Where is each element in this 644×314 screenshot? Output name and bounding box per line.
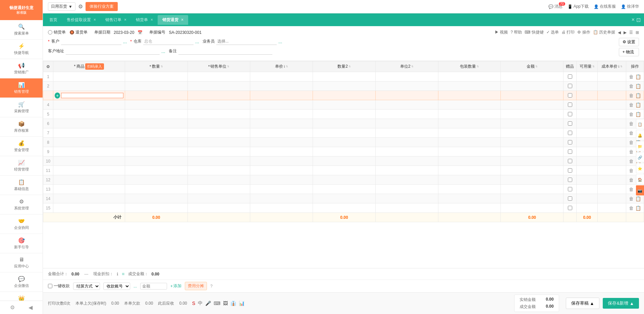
row-15-unit2[interactable] — [375, 203, 438, 213]
row-8-pkg[interactable] — [438, 138, 501, 147]
row-1-cost[interactable] — [598, 72, 626, 81]
qty2-input-3[interactable] — [314, 93, 374, 98]
radio-sales-bill[interactable]: 销货单 — [48, 29, 66, 35]
gift-checkbox-8[interactable] — [568, 140, 572, 144]
user-profile-btn[interactable]: 👤 徐泽华 — [621, 4, 639, 9]
amount-sort-icon[interactable]: ⇅ — [535, 65, 538, 68]
row-9-price[interactable] — [250, 147, 313, 156]
row-4-amount[interactable] — [501, 100, 564, 110]
row-6-unit[interactable] — [187, 119, 250, 128]
row-7-pkg[interactable] — [438, 128, 501, 138]
row-13-product[interactable] — [53, 185, 125, 194]
row-7-cost[interactable] — [598, 128, 626, 138]
row-2-amount[interactable] — [501, 81, 564, 91]
row-8-gift[interactable] — [564, 138, 577, 147]
row-11-unit2[interactable] — [375, 166, 438, 175]
account-ellipsis[interactable]: ... — [133, 284, 137, 289]
row-4-product[interactable] — [53, 100, 125, 110]
row-5-amount[interactable] — [501, 110, 564, 119]
row-12-unit2[interactable] — [375, 175, 438, 185]
sidebar-item-11[interactable]: 🎯新手引导 — [0, 234, 43, 253]
row-6-cost[interactable] — [598, 119, 626, 128]
row-1-qty[interactable] — [125, 72, 187, 81]
warehouse-select-btn[interactable]: ... — [195, 39, 199, 44]
radio-return-bill-input[interactable] — [70, 30, 74, 35]
row-2-gift[interactable] — [564, 81, 577, 91]
row-15-qty2[interactable] — [313, 203, 376, 213]
row-9-gift[interactable] — [564, 147, 577, 156]
row-13-price[interactable] — [250, 185, 313, 194]
row-3-available[interactable] — [577, 91, 598, 100]
delete-btn-13[interactable]: 🗑 — [629, 187, 634, 192]
tool-icon-2[interactable]: 🎤 — [205, 301, 211, 306]
row-14-cost[interactable] — [598, 194, 626, 203]
sidebar-item-1[interactable]: ⚡快捷导航 — [0, 40, 43, 59]
gift-checkbox-14[interactable] — [568, 196, 572, 201]
tool-icon-5[interactable]: 👔 — [230, 301, 236, 306]
app-download-btn[interactable]: 📱 App下载 — [568, 4, 589, 9]
row-3-price[interactable] — [250, 91, 313, 100]
sidebar-item-14[interactable]: 👑畅会员 — [0, 292, 43, 301]
pkg-sort-icon[interactable]: ⇅ — [477, 65, 479, 68]
radio-sales-bill-input[interactable] — [48, 30, 52, 35]
row-1-unit[interactable] — [187, 72, 250, 81]
row-4-cost[interactable] — [598, 100, 626, 110]
row-9-pkg[interactable] — [438, 147, 501, 156]
gift-checkbox-2[interactable] — [568, 84, 572, 88]
row-4-qty[interactable] — [125, 100, 187, 110]
row-10-cost[interactable] — [598, 156, 626, 166]
row-7-unit2[interactable] — [375, 128, 438, 138]
row-15-pkg[interactable] — [438, 203, 501, 213]
row-9-product[interactable] — [53, 147, 125, 156]
row-2-unit[interactable] — [187, 81, 250, 91]
shortcut-btn[interactable]: ⌨ 快捷键 — [525, 29, 543, 35]
row-15-price[interactable] — [250, 203, 313, 213]
row-7-price[interactable] — [250, 128, 313, 138]
sidebar-item-0[interactable]: 🔍搜索菜单 — [0, 20, 43, 40]
row-10-unit2[interactable] — [375, 156, 438, 166]
row-11-amount[interactable] — [501, 166, 564, 175]
row-10-amount[interactable] — [501, 156, 564, 166]
row-15-cost[interactable] — [598, 203, 626, 213]
row-1-gift[interactable] — [564, 72, 577, 81]
copy-btn-4[interactable]: 📋 — [635, 102, 641, 108]
add-row-btn-3[interactable]: + — [55, 92, 60, 99]
row-10-qty[interactable] — [125, 156, 187, 166]
copy-btn-14[interactable]: 📋 — [635, 196, 641, 201]
sidebar-settings-icon[interactable]: ⚙ — [10, 304, 15, 311]
row-3-qty2[interactable] — [313, 91, 376, 100]
row-8-product[interactable] — [53, 138, 125, 147]
tab-sales-bill-close[interactable]: × — [151, 17, 153, 22]
customer-select-btn[interactable]: ... — [123, 39, 127, 44]
view-list-btn[interactable]: ☰ — [629, 30, 633, 35]
row-3-unit2[interactable] — [375, 91, 438, 100]
row-1-amount[interactable] — [501, 72, 564, 81]
sidebar-item-7[interactable]: 📈经营管理 — [0, 156, 43, 176]
row-14-available[interactable] — [577, 194, 598, 203]
row-11-product[interactable] — [53, 166, 125, 175]
row-5-pkg[interactable] — [438, 110, 501, 119]
row-4-unit[interactable] — [187, 100, 250, 110]
row-7-qty[interactable] — [125, 128, 187, 138]
tab-sales-bill[interactable]: 销货单 × — [131, 15, 158, 25]
row-15-product[interactable] — [53, 203, 125, 213]
gift-checkbox-6[interactable] — [568, 121, 572, 126]
cost-allocation-btn[interactable]: 费用分摊 — [185, 282, 207, 290]
row-6-qty2[interactable] — [313, 119, 376, 128]
history-btn[interactable]: 📋 历史单据 — [593, 29, 615, 35]
row-5-unit2[interactable] — [375, 110, 438, 119]
delete-btn-4[interactable]: 🗑 — [629, 102, 634, 108]
right-panel-btn-5[interactable]: ⭐ — [636, 163, 644, 173]
unit2-input-3[interactable] — [377, 93, 437, 98]
row-1-pkg[interactable] — [438, 72, 501, 81]
price-sort-icon[interactable]: ⇅ — [286, 65, 288, 68]
online-service-btn[interactable]: 👤 在线客服 — [594, 4, 616, 9]
row-7-gift[interactable] — [564, 128, 577, 138]
tool-icon-4[interactable]: 🖼 — [223, 301, 228, 306]
row-9-unit2[interactable] — [375, 147, 438, 156]
daily-goods-select[interactable]: 日用百货 ▼ — [48, 2, 75, 11]
row-8-amount[interactable] — [501, 138, 564, 147]
row-14-pkg[interactable] — [438, 194, 501, 203]
delete-btn-2[interactable]: 🗑 — [629, 83, 634, 89]
row-4-available[interactable] — [577, 100, 598, 110]
